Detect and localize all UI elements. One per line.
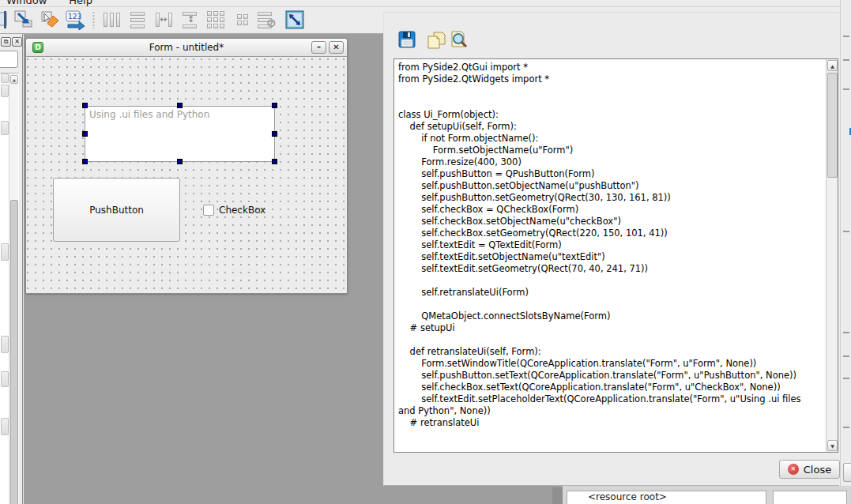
right-edge-panel — [840, 0, 851, 486]
adjust-size-icon[interactable] — [284, 9, 305, 30]
edit-tab-order-icon[interactable]: 123 — [65, 9, 85, 30]
code-line: from PySide2.QtWidgets import * — [398, 73, 825, 85]
selection-handle[interactable] — [177, 103, 183, 108]
layout-horizontal-icon — [101, 9, 122, 30]
selection-handle[interactable] — [177, 159, 183, 164]
textedit-placeholder: Using .ui files and Python — [89, 109, 209, 120]
panel-tick — [843, 59, 849, 61]
code-line: self.textEdit.setPlaceholderText(QCoreAp… — [398, 393, 825, 405]
selection-handle[interactable] — [272, 131, 277, 137]
close-button-label: Close — [804, 464, 831, 476]
checkbox-indicator[interactable] — [203, 205, 214, 216]
code-line: QMetaObject.connectSlotsByName(Form) — [398, 310, 825, 322]
panel-tick — [843, 36, 849, 37]
code-line: self.checkBox.setText(QCoreApplication.t… — [398, 382, 825, 393]
code-line: Form.setObjectName(u"Form") — [398, 145, 825, 156]
break-layout-icon: ⊘ — [257, 9, 277, 30]
code-text: from PySide2.QtGui import *from PySide2.… — [394, 62, 825, 452]
widget-box-scrollbar-thumb[interactable] — [10, 200, 18, 504]
layout-horizontal-splitter-icon: ↔ — [153, 9, 174, 30]
code-line: Form.resize(400, 300) — [398, 156, 825, 168]
layout-grid-icon — [205, 9, 226, 30]
code-line: from PySide2.QtGui import * — [398, 62, 825, 73]
toolbar-separator — [92, 11, 95, 28]
save-icon[interactable] — [397, 30, 418, 51]
splitter-handle[interactable] — [552, 487, 563, 504]
widget-box-list[interactable]: ▲ — [0, 73, 19, 504]
edit-buddies-icon[interactable] — [40, 9, 60, 30]
layout-form-icon — [232, 9, 253, 30]
code-line — [398, 97, 825, 109]
code-line: self.pushButton = QPushButton(Form) — [398, 168, 825, 180]
cut-off-button-edge[interactable] — [843, 463, 851, 482]
panel-tick — [843, 355, 849, 357]
code-line: self.checkBox.setObjectName(u"checkBox") — [398, 216, 825, 228]
widget-box-category-row[interactable] — [1, 418, 9, 435]
pushbutton-widget[interactable]: PushButton — [53, 178, 180, 242]
checkbox-widget[interactable]: CheckBox — [203, 194, 283, 226]
code-line: class Ui_Form(object): — [398, 109, 825, 121]
widget-box-category-row[interactable] — [1, 336, 9, 353]
code-line: def retranslateUi(self, Form): — [398, 346, 825, 358]
menu-item[interactable]: Window — [6, 0, 47, 6]
textedit-widget[interactable]: Using .ui files and Python — [85, 106, 275, 162]
float-icon[interactable]: ⧉ — [1, 37, 11, 47]
code-line: def setupUi(self, Form): — [398, 121, 825, 133]
code-line — [398, 334, 825, 346]
minimize-icon[interactable]: – — [311, 41, 326, 54]
widget-box-category-row[interactable] — [1, 73, 9, 83]
scroll-up-icon[interactable]: ▲ — [827, 60, 838, 71]
code-line — [398, 299, 825, 310]
widget-box-scrollbar[interactable]: ▲ — [9, 73, 18, 504]
panel-tick — [843, 427, 849, 428]
menu-items: WindowHelp — [6, 0, 115, 6]
widget-box-panel: ⧉ ✕ ▲ — [0, 34, 23, 504]
code-editor[interactable]: from PySide2.QtGui import *from PySide2.… — [393, 58, 838, 453]
selection-handle[interactable] — [272, 103, 277, 108]
code-line: self.textEdit = QTextEdit(Form) — [398, 239, 825, 251]
code-line: self.pushButton.setObjectName(u"pushButt… — [398, 180, 825, 192]
code-line: and Python", None)) — [398, 405, 825, 417]
layout-vertical-splitter-icon: ↕ — [179, 9, 200, 30]
widget-box-category-row[interactable] — [1, 371, 9, 387]
edit-signals-slots-icon[interactable] — [13, 9, 34, 30]
form-title-bar[interactable]: D Form - untitled* – ✕ — [26, 39, 347, 57]
selection-handle[interactable] — [82, 159, 88, 164]
left-right-arrow-glyph: ↔ — [160, 14, 167, 24]
panel-tick — [843, 231, 849, 232]
scroll-down-icon[interactable]: ▼ — [827, 440, 838, 451]
widget-box-category-row[interactable] — [1, 243, 9, 261]
code-line: self.checkBox = QCheckBox(Form) — [398, 204, 825, 216]
panel-tick — [843, 332, 849, 333]
resource-detail-pane[interactable] — [773, 491, 847, 504]
widget-box-category-row[interactable] — [1, 85, 9, 97]
close-icon[interactable]: ✕ — [329, 41, 344, 54]
close-icon[interactable]: ✕ — [12, 37, 22, 47]
copy-icon[interactable] — [426, 30, 446, 51]
widget-box-category-row[interactable] — [1, 121, 9, 135]
checkbox-label: CheckBox — [219, 205, 265, 216]
code-line: self.pushButton.setText(QCoreApplication… — [398, 370, 825, 382]
find-icon[interactable] — [449, 30, 469, 51]
code-scrollbar-thumb[interactable] — [827, 73, 838, 178]
selection-handle[interactable] — [272, 159, 277, 164]
code-line: Form.setWindowTitle(QCoreApplication.tra… — [398, 358, 825, 370]
resource-root-item[interactable]: <resource root> — [567, 491, 766, 504]
code-line: self.textEdit.setObjectName(u"textEdit") — [398, 251, 825, 263]
scroll-up-icon[interactable]: ▲ — [10, 75, 18, 84]
menu-item[interactable]: Help — [69, 0, 92, 6]
close-button[interactable]: ✕ Close — [779, 460, 840, 479]
code-line: self.checkBox.setGeometry(QRect(220, 150… — [398, 228, 825, 239]
code-line: self.textEdit.setGeometry(QRect(70, 40, … — [398, 263, 825, 275]
code-line: # retranslateUi — [398, 417, 825, 429]
code-line: # setupUi — [398, 322, 825, 334]
code-line — [398, 85, 825, 97]
panel-tick — [843, 378, 849, 379]
panel-tick — [843, 88, 849, 90]
selection-handle[interactable] — [82, 103, 88, 108]
form-canvas[interactable]: Using .ui files and Python PushButton Ch… — [27, 57, 346, 293]
code-scrollbar[interactable]: ▲ ▼ — [826, 59, 838, 452]
edit-widgets-icon[interactable] — [0, 9, 11, 30]
selection-handle[interactable] — [82, 131, 88, 137]
widget-filter-input[interactable] — [0, 51, 18, 68]
